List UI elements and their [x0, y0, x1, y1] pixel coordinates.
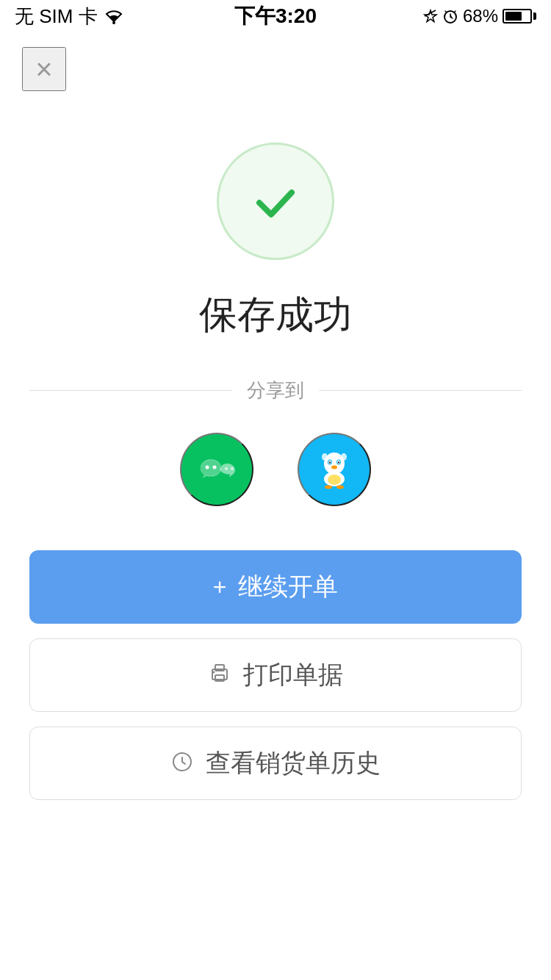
divider-line-right: [319, 390, 522, 391]
svg-point-4: [206, 466, 209, 469]
svg-point-13: [329, 461, 331, 463]
continue-icon: +: [213, 575, 227, 599]
continue-label: 继续开单: [238, 570, 338, 604]
print-label: 打印单据: [243, 658, 343, 692]
history-label: 查看销货单历史: [206, 746, 381, 780]
alarm-icon: [442, 8, 458, 24]
svg-point-15: [331, 466, 337, 469]
location-icon: [423, 9, 438, 24]
battery-text: 68%: [463, 6, 498, 26]
action-buttons: + 继续开单 打印单据 查看销货单历史: [29, 550, 522, 800]
qq-icon: [312, 447, 356, 491]
svg-point-19: [336, 486, 344, 489]
history-icon: [170, 750, 194, 777]
print-button[interactable]: 打印单据: [29, 638, 522, 712]
close-icon: ×: [35, 54, 52, 84]
print-icon: [208, 662, 231, 689]
history-button[interactable]: 查看销货单历史: [29, 727, 522, 800]
svg-point-0: [112, 21, 115, 24]
continue-button[interactable]: + 继续开单: [29, 550, 522, 624]
svg-point-5: [213, 466, 217, 469]
svg-point-6: [225, 467, 228, 470]
status-bar: 无 SIM 卡 下午3:20 68%: [0, 0, 551, 32]
share-divider: 分享到: [29, 378, 522, 403]
wechat-share-button[interactable]: [180, 433, 253, 506]
svg-point-21: [341, 453, 347, 461]
svg-point-18: [325, 486, 332, 489]
svg-point-7: [231, 467, 234, 470]
divider-line-left: [29, 390, 232, 391]
close-button[interactable]: ×: [22, 47, 66, 91]
svg-point-25: [213, 671, 215, 673]
status-right: 68%: [423, 6, 536, 26]
success-circle: [217, 143, 334, 260]
svg-point-14: [338, 461, 339, 463]
svg-point-20: [322, 453, 328, 461]
wifi-icon: [104, 8, 124, 24]
wechat-icon: [195, 447, 239, 491]
svg-point-17: [328, 475, 341, 485]
share-icons: [180, 433, 371, 506]
share-label: 分享到: [247, 378, 304, 403]
main-content: 保存成功 分享到: [0, 98, 551, 980]
success-title: 保存成功: [199, 289, 352, 341]
checkmark-icon: [246, 172, 305, 231]
qq-share-button[interactable]: [298, 433, 371, 506]
battery-icon: [503, 9, 536, 24]
carrier-text: 无 SIM 卡: [15, 4, 98, 29]
status-time: 下午3:20: [234, 2, 317, 30]
status-left: 无 SIM 卡: [15, 4, 124, 29]
